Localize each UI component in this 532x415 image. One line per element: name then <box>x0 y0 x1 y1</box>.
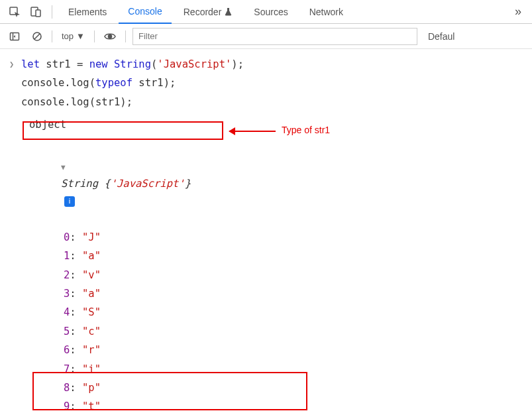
index-key: 4 <box>64 306 70 318</box>
tab-elements[interactable]: Elements <box>59 0 116 24</box>
index-value: "a" <box>82 250 101 262</box>
console-toolbar: top ▼ Defaul <box>0 24 532 49</box>
chevron-right-icon: ❯ <box>9 56 21 71</box>
info-icon[interactable]: i <box>64 196 75 207</box>
index-key: 1 <box>64 250 70 262</box>
index-value: "J" <box>82 231 101 243</box>
index-value: "a" <box>82 288 101 300</box>
separator <box>94 30 95 42</box>
tab-recorder-label: Recorder <box>184 7 222 17</box>
tab-recorder[interactable]: Recorder <box>174 0 242 24</box>
filter-input[interactable] <box>133 28 417 45</box>
index-value: "c" <box>82 326 101 337</box>
more-tabs-icon[interactable]: » <box>509 5 527 19</box>
code-line: console.log(str1); <box>21 93 133 111</box>
inspect-element-icon[interactable] <box>5 3 24 21</box>
annotation-box <box>23 121 223 140</box>
object-index-row[interactable]: 2: "v" <box>0 267 532 285</box>
object-value: 'JavaScript' <box>111 178 185 190</box>
console-input-row: . console.log(str1); <box>0 93 532 112</box>
console-input-row: . console.log(typeof str1); <box>0 74 532 93</box>
separator <box>52 30 52 42</box>
device-toolbar-icon[interactable] <box>27 3 45 21</box>
index-key: 0 <box>64 231 70 243</box>
object-index-row[interactable]: 5: "c" <box>0 323 532 341</box>
sidebar-toggle-icon[interactable] <box>7 29 23 44</box>
clear-console-icon[interactable] <box>29 29 45 44</box>
code-line: let str1 = new String('JavaScript'); <box>21 56 244 73</box>
context-label: top <box>62 31 74 41</box>
index-value: "r" <box>82 344 101 356</box>
separator <box>52 5 52 19</box>
object-index-row[interactable]: 0: "J" <box>0 229 532 247</box>
index-key: 5 <box>64 326 70 337</box>
index-key: 6 <box>64 344 70 356</box>
console-input-row: ❯ let str1 = new String('JavaScript'); <box>0 56 532 74</box>
annotation-arrow <box>229 131 276 132</box>
index-value: "v" <box>82 269 101 281</box>
svg-point-5 <box>108 34 111 38</box>
annotation-label: Type of str1 <box>282 125 330 135</box>
code-line: console.log(typeof str1); <box>21 74 176 91</box>
console-output-object-row[interactable]: . ▼ String {'JavaScript'} i <box>0 140 532 229</box>
tab-sources[interactable]: Sources <box>244 0 297 24</box>
log-level-selector[interactable]: Defaul <box>424 31 458 42</box>
index-value: "S" <box>82 306 101 318</box>
object-type: String <box>61 178 98 190</box>
tab-network[interactable]: Network <box>300 0 352 24</box>
live-expression-icon[interactable] <box>101 32 119 41</box>
console-output: ❯ let str1 = new String('JavaScript'); .… <box>0 49 532 415</box>
object-index-row[interactable]: 6: "r" <box>0 341 532 360</box>
index-key: 2 <box>64 269 70 281</box>
tab-console[interactable]: Console <box>119 0 171 24</box>
index-key: 3 <box>64 288 70 300</box>
object-index-row[interactable]: 3: "a" <box>0 285 532 304</box>
object-index-row[interactable]: 4: "S" <box>0 304 532 322</box>
devtools-tabs: Elements Console Recorder Sources Networ… <box>0 0 532 24</box>
flask-icon <box>224 7 233 16</box>
chevron-down-icon: ▼ <box>76 31 85 41</box>
object-index-row[interactable]: 1: "a" <box>0 247 532 266</box>
context-selector[interactable]: top ▼ <box>59 31 87 41</box>
svg-rect-2 <box>36 10 40 17</box>
triangle-down-icon[interactable]: ▼ <box>61 162 70 174</box>
annotation-box <box>32 372 307 410</box>
separator <box>125 30 126 42</box>
